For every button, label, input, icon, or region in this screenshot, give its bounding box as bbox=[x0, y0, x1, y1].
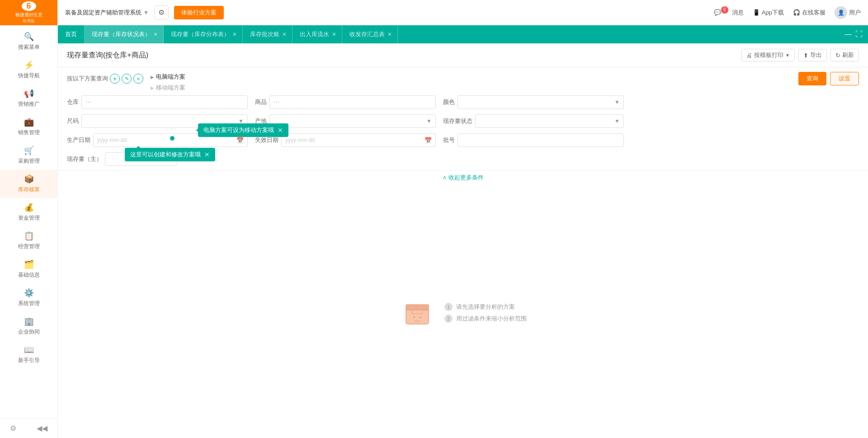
back-schema-btn[interactable]: « bbox=[133, 74, 143, 84]
tab-minimize-icon[interactable]: — bbox=[844, 30, 852, 38]
sidebar-item-marketing[interactable]: 📢 营销推广 bbox=[0, 84, 57, 113]
svg-point-5 bbox=[420, 316, 421, 318]
sidebar-item-enterprise[interactable]: 🏢 企业协同 bbox=[0, 312, 57, 340]
produce-date-placeholder: yyyy-mm-dd bbox=[97, 137, 127, 143]
refresh-btn[interactable]: ↻ 刷新 bbox=[830, 49, 859, 61]
empty-step2-label: 用过滤条件来缩小分析范围 bbox=[456, 315, 527, 323]
tab-inventory-dist-label: 现存量（库存分布表） bbox=[171, 30, 230, 38]
sidebar-item-system[interactable]: ⚙️ 系统管理 bbox=[0, 283, 57, 312]
sidebar-bottom: ⚙ ◀◀ bbox=[0, 418, 57, 438]
collapse-bar[interactable]: ∧ 收起更多条件 bbox=[58, 170, 868, 185]
sidebar-item-basicinfo[interactable]: 🗂️ 基础信息 bbox=[0, 255, 57, 283]
edit-schema-btn[interactable]: ✎ bbox=[122, 74, 132, 84]
message-btn[interactable]: 💬 6 消息 bbox=[714, 9, 744, 17]
tab-batch-ledger[interactable]: 库存批次账 ✕ bbox=[243, 25, 292, 43]
empty-state: 1 请先选择要分析的方案 2 用过滤条件来缩小分析范围 bbox=[58, 187, 868, 438]
purchase-icon: 🛒 bbox=[24, 146, 34, 155]
tooltip-create-close[interactable]: ✕ bbox=[204, 151, 210, 158]
tab-summary-label: 收发存汇总表 bbox=[349, 30, 385, 38]
tab-close-5[interactable]: ✕ bbox=[387, 31, 392, 38]
sidebar-item-operations[interactable]: 📋 经营管理 bbox=[0, 226, 57, 255]
tab-home-label: 首页 bbox=[65, 30, 77, 38]
operations-icon: 📋 bbox=[24, 231, 34, 241]
sidebar-item-finance[interactable]: 💰 资金管理 bbox=[0, 198, 57, 226]
tooltip-create: 这里可以创建和修改方案哦 ✕ bbox=[125, 148, 215, 161]
tab-maximize-icon[interactable]: ⛶ bbox=[855, 30, 863, 38]
batch-input[interactable] bbox=[458, 133, 624, 147]
schema-item-desktop[interactable]: ▶ 电脑端方案 bbox=[149, 72, 189, 82]
industry-btn[interactable]: 体验行业方案 bbox=[174, 6, 224, 19]
sidebar-item-basicinfo-label: 基础信息 bbox=[18, 271, 40, 279]
export-label: 导出 bbox=[810, 51, 822, 59]
tab-inout-flow[interactable]: 出入库流水 ✕ bbox=[292, 25, 342, 43]
origin-select[interactable]: ▼ bbox=[269, 114, 436, 128]
sidebar-item-inventory[interactable]: 📦 库存核算 bbox=[0, 170, 57, 198]
schema-list: ▶ 电脑端方案 ▶ 移动端方案 bbox=[149, 72, 189, 93]
warehouse-select[interactable]: ··· bbox=[81, 95, 248, 109]
warehouse-more: ··· bbox=[85, 98, 91, 106]
empty-num-1: 1 bbox=[444, 303, 453, 311]
tab-inventory-dist[interactable]: 现存量（库存分布表） ✕ bbox=[164, 25, 243, 43]
tab-inventory-status[interactable]: 现存量（库存状况表） ✕ bbox=[85, 25, 164, 43]
app-download-btn[interactable]: 📱 App下载 bbox=[753, 9, 784, 17]
empty-step1-label: 请先选择要分析的方案 bbox=[456, 303, 515, 311]
tab-home[interactable]: 首页 bbox=[58, 25, 85, 43]
reset-btn[interactable]: 设置 bbox=[830, 72, 859, 85]
color-select[interactable]: ▼ bbox=[458, 95, 624, 109]
sidebar-item-search[interactable]: 🔍 搜索菜单 bbox=[0, 27, 57, 56]
online-support-label: 在线客服 bbox=[802, 9, 826, 17]
sidebar-item-newguide[interactable]: 📖 新手引导 bbox=[0, 340, 57, 369]
sidebar-item-quicknav[interactable]: ⚡ 快捷导航 bbox=[0, 56, 57, 84]
expire-date-input[interactable]: yyyy-mm-dd 📅 bbox=[281, 133, 436, 147]
tab-batch-ledger-label: 库存批次账 bbox=[250, 30, 279, 38]
empty-text: 1 请先选择要分析的方案 2 用过滤条件来缩小分析范围 bbox=[444, 303, 527, 323]
color-dropdown-icon: ▼ bbox=[614, 99, 620, 105]
tab-bar: 首页 现存量（库存状况表） ✕ 现存量（库存分布表） ✕ 库存批次账 ✕ 出入库… bbox=[58, 25, 868, 43]
system-name-dropdown[interactable]: 装备及固定资产辅助管理系统 ▼ bbox=[65, 9, 149, 17]
sidebar-item-sales[interactable]: 💼 销售管理 bbox=[0, 113, 57, 141]
stock-status-field: 现存量状态 ▼ bbox=[443, 114, 624, 128]
filter-row-1: 仓库 ··· 商品 ··· 颜色 ▼ bbox=[58, 93, 868, 112]
tab-close-1[interactable]: ✕ bbox=[153, 31, 158, 38]
goods-select[interactable]: ··· bbox=[269, 95, 436, 109]
collapse-sidebar-icon[interactable]: ◀◀ bbox=[37, 424, 47, 433]
stock-status-label: 现存量状态 bbox=[443, 117, 472, 125]
header-right: 💬 6 消息 📱 App下载 🎧 在线客服 👤 用户 bbox=[714, 6, 861, 19]
origin-dropdown-icon: ▼ bbox=[426, 118, 432, 124]
stock-status-select[interactable]: ▼ bbox=[475, 114, 624, 128]
user-btn[interactable]: 👤 用户 bbox=[835, 6, 861, 19]
export-btn[interactable]: ⬆ 导出 bbox=[798, 49, 827, 61]
search-btn[interactable]: 查询 bbox=[798, 72, 826, 85]
tab-close-3[interactable]: ✕ bbox=[282, 31, 287, 38]
tooltip-schema-close[interactable]: ✕ bbox=[278, 127, 283, 134]
sidebar-item-enterprise-label: 企业协同 bbox=[18, 328, 40, 336]
expire-date-label: 失效日期 bbox=[255, 136, 278, 144]
schema-label-mobile: 移动端方案 bbox=[156, 84, 185, 92]
settings-bottom-icon[interactable]: ⚙ bbox=[10, 424, 16, 433]
sidebar-item-quicknav-label: 快捷导航 bbox=[18, 72, 40, 80]
system-icon: ⚙️ bbox=[24, 288, 34, 298]
tab-close-2[interactable]: ✕ bbox=[232, 31, 237, 38]
stock-qty-label: 现存量（主） bbox=[67, 155, 102, 163]
filter-section: 按以下方案查询 + ✎ « ▶ 电脑端方案 ▶ 移动端方案 bbox=[58, 67, 868, 187]
tooltip-create-text: 这里可以创建和修改方案哦 bbox=[130, 151, 201, 159]
online-support-btn[interactable]: 🎧 在线客服 bbox=[793, 9, 826, 17]
message-icon: 💬 bbox=[714, 9, 721, 16]
batch-field: 批号 bbox=[443, 133, 624, 147]
mobile-icon: 📱 bbox=[753, 9, 760, 16]
settings-button[interactable]: ⚙ bbox=[154, 5, 169, 20]
svg-point-4 bbox=[413, 316, 415, 318]
sidebar-item-purchase[interactable]: 🛒 采购管理 bbox=[0, 141, 57, 170]
message-count-badge: 6 bbox=[721, 6, 728, 14]
refresh-icon: ↻ bbox=[835, 52, 840, 59]
tab-close-4[interactable]: ✕ bbox=[332, 31, 336, 38]
tab-inout-flow-label: 出入库流水 bbox=[300, 30, 329, 38]
schema-item-mobile[interactable]: ▶ 移动端方案 bbox=[149, 83, 189, 93]
add-schema-btn[interactable]: + bbox=[110, 74, 120, 84]
system-name: 装备及固定资产辅助管理系统 bbox=[65, 9, 142, 17]
sidebar-item-sales-label: 销售管理 bbox=[18, 129, 40, 137]
newguide-icon: 📖 bbox=[24, 345, 34, 355]
tab-summary[interactable]: 收发存汇总表 ✕ bbox=[342, 25, 398, 43]
print-icon: 🖨 bbox=[746, 52, 752, 59]
print-btn[interactable]: 🖨 按模板打印 ▼ bbox=[741, 49, 795, 61]
